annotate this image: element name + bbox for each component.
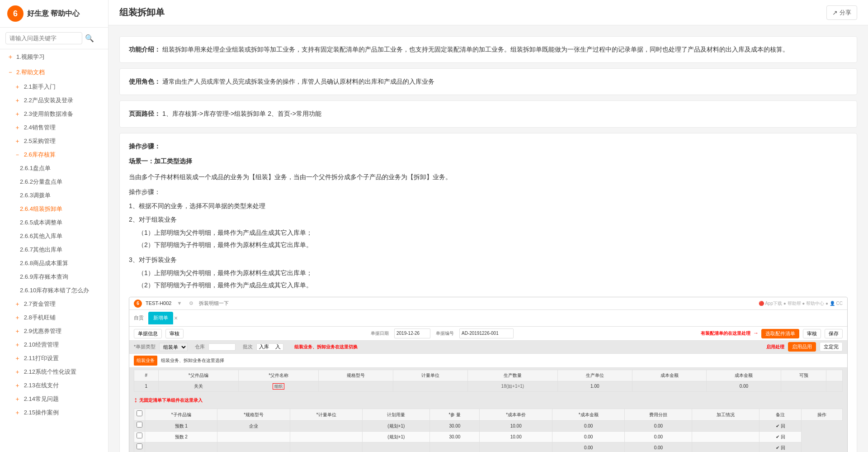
sidebar-item-install[interactable]: ＋ 2.2产品安装及登录 <box>0 94 108 107</box>
ss-section-label: 组装业务 <box>134 356 157 366</box>
sidebar-item-other-in[interactable]: 2.6.6其他入库单 <box>0 229 108 243</box>
sidebar-item-video[interactable]: ＋ 1.视频学习 <box>0 49 108 65</box>
sidebar-item-data-prep[interactable]: ＋ 2.3使用前数据准备 <box>0 107 108 121</box>
ss-upper-table: # *父件品编 *父件名称 规格型号 计量单位 生产数量 生产单位 成本金额 成… <box>129 368 847 409</box>
table-row: 0.00 0.00 ✔ 回 <box>134 442 843 452</box>
path-block: 页面路径： 1、库存核算->库存管理->组装拆卸单 2、首页->常用功能 <box>119 100 857 127</box>
minus-icon: － <box>7 68 14 76</box>
app-logo: 6 <box>7 5 24 22</box>
sidebar-item-transfer[interactable]: 2.6.3调拨单 <box>0 189 108 202</box>
func-text: 组装拆卸单用来处理企业组装或拆卸等加工业务，支持有固定装配清单的产品加工业务，也… <box>162 46 789 53</box>
ops-label: 操作步骤： <box>129 186 848 198</box>
func-intro-block: 功能介绍： 组装拆卸单用来处理企业组装或拆卸等加工业务，支持有固定装配清单的产品… <box>119 36 857 63</box>
sidebar-item-system[interactable]: ＋ 2.12系统个性化设置 <box>0 365 108 379</box>
ops-heading: 操作步骤： <box>129 141 848 152</box>
sidebar-item-stocktake[interactable]: 2.6.1盘点单 <box>0 162 108 175</box>
sidebar-item-label: 2.帮助文档 <box>16 68 45 76</box>
ss-table-lower: *子件品编 *规格型号 *计量单位 计划用量 *参 量 *成本单价 *成本金额 … <box>134 409 843 452</box>
ss-btn-save[interactable]: 保存 <box>825 329 843 338</box>
content-area: 功能介绍： 组装拆卸单用来处理企业组装或拆卸等加工业务，支持有固定装配清单的产品… <box>108 25 868 452</box>
step3: 3、对于拆装业务 <box>129 254 848 266</box>
scene1-desc: 当由多个子件材料组装成一个成品的业务为【组装】业务，当由一个父件拆分成多个子产品… <box>129 173 452 181</box>
sidebar-item-costadjust[interactable]: 2.6.5成本调整单 <box>0 216 108 229</box>
sidebar-item-cases[interactable]: ＋ 2.15操作案例 <box>0 406 108 419</box>
scene1-heading: 场景一：加工类型选择 <box>129 157 192 165</box>
ss-btn-audit[interactable]: 审核 <box>165 329 184 338</box>
sidebar-item-sales[interactable]: ＋ 2.4销售管理 <box>0 121 108 134</box>
table-row: 预数 2 (规划+1) 30.00 10.00 0.00 0.00 ✔ 回 <box>134 432 843 442</box>
ops-block: 操作步骤： 场景一：加工类型选择 当由多个子件材料组装成一个成品的业务为【组装】… <box>119 133 857 452</box>
sidebar-item-cost-recalc[interactable]: 2.6.8商品成本重算 <box>0 257 108 270</box>
app-name: 好生意 帮助中心 <box>27 9 80 19</box>
sidebar-item-finance[interactable]: ＋ 2.7资金管理 <box>0 297 108 311</box>
sidebar-item-newcomer[interactable]: ＋ 2.1新手入门 <box>0 80 108 94</box>
sidebar-item-partialstock[interactable]: 2.6.2分量盘点单 <box>0 175 108 189</box>
annotation4: 无固定清单下单组件在这里录入 <box>139 396 203 404</box>
sidebar-item-assemble[interactable]: 2.6.4组装拆卸单 <box>0 202 108 216</box>
screenshot-container: 6 TEST-H002 ▼ ⚙ 拆装明细一下 🔴 App下载 ● 帮助帮 ● 帮… <box>129 297 848 452</box>
sidebar-item-inventory[interactable]: － 2.6库存核算 <box>0 148 108 162</box>
annotation1: 有装配清单的在这里处理 <box>701 329 750 338</box>
nav-section: ＋ 1.视频学习 － 2.帮助文档 ＋ 2.1新手入门 ＋ 2.2产品安装及登录… <box>0 49 108 419</box>
sidebar-item-docs[interactable]: － 2.帮助文档 <box>0 65 108 80</box>
ss-lower-table: *子件品编 *规格型号 *计量单位 计划用量 *参 量 *成本单价 *成本金额 … <box>129 409 847 452</box>
sidebar-item-faq[interactable]: ＋ 2.14常见问题 <box>0 392 108 406</box>
ss-doc-type[interactable]: 组装单 拆卸单 <box>159 343 188 351</box>
annotation3: 启用处理 <box>766 343 784 351</box>
plus-icon: ＋ <box>7 53 14 61</box>
ss-section-row: 组装业务 组装业务、拆卸业务在这里选择 <box>129 354 847 368</box>
share-label: 分享 <box>840 9 851 17</box>
sidebar-item-payment[interactable]: ＋ 2.13在线支付 <box>0 379 108 392</box>
func-label: 功能介绍： <box>129 46 160 53</box>
path-text: 1、库存核算->库存管理->组装拆卸单 2、首页->常用功能 <box>162 110 321 117</box>
role-block: 使用角色： 通常由生产人员或库管人员完成拆装业务的操作，库管人员确认原材料的出库… <box>119 68 857 95</box>
top-bar: 组装拆卸单 ↗ 分享 <box>108 0 868 25</box>
ss-date-input: 2019-12-26 <box>394 328 430 338</box>
ss-tab-new[interactable]: 新增单 <box>148 312 173 324</box>
ss-close[interactable]: × <box>174 313 178 324</box>
ss-nav: 自贡 新增单 × <box>129 310 847 327</box>
sidebar-item-label: 1.视频学习 <box>16 53 45 61</box>
step1: 1、根据不同的业务，选择不同单据的类型来处理 <box>129 200 848 212</box>
path-label: 页面路径： <box>129 110 160 117</box>
ss-company: TEST-H002 <box>146 299 171 308</box>
search-button[interactable]: 🔍 <box>85 34 94 43</box>
role-text: 通常由生产人员或库管人员完成拆装业务的操作，库管人员确认原材料的出库和产成品的入… <box>162 78 434 85</box>
share-icon: ↗ <box>832 9 838 16</box>
sidebar-item-stock-fix[interactable]: 2.6.10库存账本错了怎么办 <box>0 284 108 297</box>
ss-confirm-btn[interactable]: 立定完 <box>820 342 843 352</box>
ss-btn-audit2[interactable]: 审核 <box>803 329 821 338</box>
role-label: 使用角色： <box>129 78 160 85</box>
sidebar-header: 6 好生意 帮助中心 <box>0 0 108 28</box>
sidebar-item-print[interactable]: ＋ 2.11打印设置 <box>0 352 108 365</box>
step2-sub1: （1）上部明细为父件明细，最终作为产成品生成其它入库单； <box>129 227 848 238</box>
table-row: 1 关关 组织 18(如+1=1) 1.00 0.00 <box>134 381 843 392</box>
sidebar-item-management[interactable]: ＋ 2.10经营管理 <box>0 338 108 352</box>
sidebar-item-coupon[interactable]: ＋ 2.9优惠券管理 <box>0 324 108 338</box>
table-row: 预数 1 企业 (规划+1) 30.00 10.00 0.00 0.00 ✔ 回 <box>134 421 843 432</box>
search-input[interactable] <box>5 32 82 44</box>
plus-icon-small: ＋ <box>14 83 20 90</box>
sidebar: 6 好生意 帮助中心 🔍 ＋ 1.视频学习 － 2.帮助文档 ＋ 2.1新手入门… <box>0 0 108 452</box>
ss-type-row: *单据类型 组装单 拆卸单 仓库 批次 组装业务、拆卸业务在这里切换 启用处理 … <box>129 341 847 354</box>
ss-btn-parts[interactable]: 选取配件清单 <box>761 329 799 338</box>
step3-sub1: （1）上部明细为父件明细，最终作为原材料生成其它出库单； <box>129 267 848 279</box>
share-button[interactable]: ↗ 分享 <box>826 5 857 20</box>
sidebar-item-mobile[interactable]: ＋ 2.8手机旺铺 <box>0 311 108 324</box>
ss-btn-doc[interactable]: 单据信息 <box>134 329 162 338</box>
search-box: 🔍 <box>0 28 108 49</box>
page-title: 组装拆卸单 <box>119 6 165 19</box>
ss-process-btn[interactable]: 启用品用 <box>788 342 816 352</box>
sidebar-item-stock-ledger[interactable]: 2.6.9库存账本查询 <box>0 270 108 284</box>
step2-sub2: （2）下部明细为子件明细，最终作为原材料生成其它出库单。 <box>129 239 848 251</box>
sidebar-item-purchase[interactable]: ＋ 2.5采购管理 <box>0 134 108 148</box>
ss-batch[interactable] <box>256 343 283 351</box>
ss-warehouse[interactable] <box>208 343 236 351</box>
ss-toolbar: 单据信息 审核 单据日期 2019-12-26 单据编号 AD-20191226… <box>129 327 847 341</box>
ss-logo: 6 <box>134 300 142 308</box>
step2: 2、对于组装业务 <box>129 214 848 225</box>
main-area: 组装拆卸单 ↗ 分享 功能介绍： 组装拆卸单用来处理企业组装或拆卸等加工业务，支… <box>108 0 868 452</box>
ss-num-input: AD-20191226-001 <box>459 328 514 338</box>
ss-titlebar: 6 TEST-H002 ▼ ⚙ 拆装明细一下 🔴 App下载 ● 帮助帮 ● 帮… <box>129 297 847 310</box>
sidebar-item-other-out[interactable]: 2.6.7其他出库单 <box>0 243 108 257</box>
